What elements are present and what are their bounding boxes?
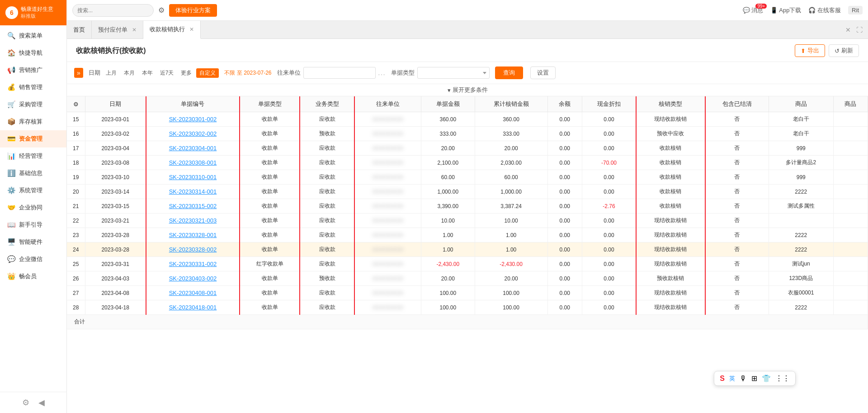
sidebar-item-member[interactable]: 👑畅会员 bbox=[0, 268, 66, 285]
sidebar-item-basic[interactable]: ℹ️基础信息 bbox=[0, 165, 66, 182]
table-wrapper[interactable]: ⚙ 日期 单据编号 单据类型 业务类型 往来单位 单据金额 累计核销金额 余额 … bbox=[67, 96, 868, 413]
tab-writeoff[interactable]: 收款核销执行 ✕ bbox=[143, 21, 201, 39]
user-name[interactable]: Rit bbox=[848, 6, 863, 14]
row-biz-type: 应收款 bbox=[300, 185, 354, 199]
partner-value: XXXXXXXX bbox=[372, 304, 403, 311]
sidebar-collapse-btn[interactable]: ◀ bbox=[35, 396, 48, 409]
bill-type-select[interactable] bbox=[417, 67, 490, 79]
tab-close-all-btn[interactable]: ✕ bbox=[844, 24, 853, 35]
row-date: 2023-03-10 bbox=[85, 170, 146, 185]
filter-7days[interactable]: 近7天 bbox=[157, 68, 177, 78]
filter-dots: ... bbox=[378, 70, 386, 76]
row-amount: 1.00 bbox=[421, 228, 475, 242]
filter-last-month[interactable]: 上月 bbox=[103, 68, 119, 78]
row-include-settled: 否 bbox=[705, 257, 769, 271]
tab-prepay[interactable]: 预付应付单 ✕ bbox=[92, 21, 143, 39]
row-amount: -2,430.00 bbox=[421, 257, 475, 271]
settings-icon[interactable]: ⚙ bbox=[158, 6, 165, 14]
row-include-settled: 否 bbox=[705, 141, 769, 156]
row-amount: 20.00 bbox=[421, 271, 475, 286]
partner-input[interactable] bbox=[303, 67, 376, 79]
export-button[interactable]: ⬆ 导出 bbox=[795, 44, 825, 57]
ime-label: 英 bbox=[729, 375, 735, 383]
row-balance: 0.00 bbox=[547, 228, 582, 242]
ime-shirt-icon[interactable]: 👕 bbox=[762, 374, 771, 383]
sidebar-item-marketing[interactable]: 📢营销推广 bbox=[0, 62, 66, 79]
filter-date-group: 日期 上月 本月 本年 近7天 更多 自定义 bbox=[89, 68, 219, 78]
sidebar-item-system[interactable]: ⚙️系统管理 bbox=[0, 182, 66, 199]
partner-value: XXXXXXXX bbox=[372, 130, 403, 137]
row-no: 23 bbox=[67, 228, 85, 242]
ime-more-icon[interactable]: ⋮⋮ bbox=[775, 374, 790, 383]
sidebar-item-sales[interactable]: 💰销售管理 bbox=[0, 79, 66, 96]
row-amount: 2,100.00 bbox=[421, 156, 475, 170]
filter-more-dates[interactable]: 更多 bbox=[178, 68, 194, 78]
row-writeoff-amt: 333.00 bbox=[475, 127, 547, 141]
row-product2 bbox=[833, 199, 868, 214]
row-partner: XXXXXXXX bbox=[354, 257, 421, 271]
partner-value: XXXXXXXX bbox=[372, 116, 403, 123]
filter-this-month[interactable]: 本月 bbox=[121, 68, 137, 78]
topbar-search-input[interactable] bbox=[72, 4, 154, 17]
message-badge[interactable]: 💬 消息 99+ bbox=[743, 6, 764, 14]
sidebar-item-wechat[interactable]: 💬企业微信 bbox=[0, 251, 66, 268]
table-header-row: ⚙ 日期 单据编号 单据类型 业务类型 往来单位 单据金额 累计核销金额 余额 … bbox=[67, 96, 868, 112]
tab-writeoff-close[interactable]: ✕ bbox=[189, 26, 194, 33]
industry-solution-button[interactable]: 体验行业方案 bbox=[169, 4, 217, 17]
table-row: 17 2023-03-04 SK-20230304-001 收款单 应收款 XX… bbox=[67, 141, 868, 156]
row-discount: 0.00 bbox=[582, 185, 636, 199]
row-amount: 60.00 bbox=[421, 170, 475, 185]
row-discount: 0.00 bbox=[582, 112, 636, 127]
refresh-button[interactable]: ↺ 刷新 bbox=[829, 44, 859, 57]
sidebar-item-purchase[interactable]: 🛒采购管理 bbox=[0, 96, 66, 113]
filter-this-year[interactable]: 本年 bbox=[139, 68, 156, 78]
row-amount: 333.00 bbox=[421, 127, 475, 141]
row-discount: 0.00 bbox=[582, 257, 636, 271]
sidebar-icon-enterprise: 🤝 bbox=[7, 204, 15, 212]
row-biz-type: 应收款 bbox=[300, 300, 354, 315]
row-partner: XXXXXXXX bbox=[354, 127, 421, 141]
row-product2 bbox=[833, 286, 868, 300]
sidebar-item-guide[interactable]: 📖新手引导 bbox=[0, 216, 66, 233]
sidebar-item-operation[interactable]: 📊经营管理 bbox=[0, 147, 66, 165]
sidebar-label-search: 搜索菜单 bbox=[19, 32, 42, 40]
sidebar-icon-finance: 💳 bbox=[7, 135, 15, 143]
sidebar-settings-btn[interactable]: ⚙ bbox=[19, 396, 33, 409]
sidebar: 6 畅康道好生意 标推版 🔍搜索菜单🏠快捷导航📢营销推广💰销售管理🛒采购管理📦库… bbox=[0, 0, 67, 413]
partner-value: XXXXXXXX bbox=[372, 232, 403, 238]
sidebar-label-operation: 经营管理 bbox=[19, 152, 42, 160]
col-settings[interactable]: ⚙ bbox=[67, 96, 85, 112]
topbar-right: 💬 消息 99+ 📱 App下载 🎧 在线客服 Rit bbox=[743, 6, 863, 14]
sidebar-item-search[interactable]: 🔍搜索菜单 bbox=[0, 27, 66, 44]
tab-prepay-close[interactable]: ✕ bbox=[132, 27, 137, 33]
row-writeoff-type: 现结收款核销 bbox=[636, 286, 705, 300]
row-product1: 老白干 bbox=[769, 112, 833, 127]
query-button[interactable]: 查询 bbox=[495, 66, 523, 79]
sidebar-item-hardware[interactable]: 🖥️智能硬件 bbox=[0, 233, 66, 251]
online-service-link[interactable]: 🎧 在线客服 bbox=[808, 6, 841, 14]
tab-home[interactable]: 首页 bbox=[67, 21, 92, 39]
sidebar-item-enterprise[interactable]: 🤝企业协同 bbox=[0, 199, 66, 216]
app-download-link[interactable]: 📱 App下载 bbox=[770, 6, 801, 14]
ime-grid-icon[interactable]: ⊞ bbox=[751, 374, 757, 383]
row-include-settled: 否 bbox=[705, 300, 769, 315]
row-partner: XXXXXXXX bbox=[354, 112, 421, 127]
row-bill-no: SK-20230308-001 bbox=[146, 156, 240, 170]
row-writeoff-type: 现结收款核销 bbox=[636, 242, 705, 257]
row-amount: 1.00 bbox=[421, 242, 475, 257]
sidebar-item-finance[interactable]: 💳资金管理 bbox=[0, 130, 66, 147]
expand-conditions-button[interactable]: ▾ 展开更多条件 bbox=[448, 86, 488, 94]
sidebar-item-quicknav[interactable]: 🏠快捷导航 bbox=[0, 44, 66, 62]
row-include-settled: 否 bbox=[705, 112, 769, 127]
ime-mic-icon[interactable]: 🎙 bbox=[740, 375, 747, 383]
settings-button[interactable]: 设置 bbox=[530, 66, 556, 79]
row-product1: 多计量商品2 bbox=[769, 156, 833, 170]
sidebar-item-inventory[interactable]: 📦库存核算 bbox=[0, 113, 66, 130]
row-no: 20 bbox=[67, 185, 85, 199]
filter-custom-date[interactable]: 自定义 bbox=[196, 68, 219, 78]
tab-expand-btn[interactable]: ⛶ bbox=[854, 24, 864, 35]
filter-partner-group: 往来单位 ... bbox=[277, 67, 386, 79]
filter-toggle-button[interactable]: » bbox=[74, 68, 83, 78]
row-date: 2023-03-02 bbox=[85, 127, 146, 141]
row-bill-type: 红字收款单 bbox=[240, 257, 300, 271]
